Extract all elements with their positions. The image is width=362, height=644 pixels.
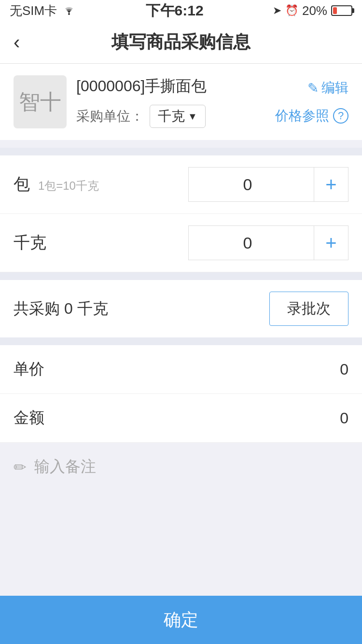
location-icon: ➤ (273, 4, 281, 17)
pack-label: 包 (14, 175, 30, 193)
product-image: 智十 (14, 75, 67, 128)
separator-3 (0, 337, 362, 345)
nav-bar: ‹ 填写商品采购信息 (0, 21, 362, 64)
amount-value: 0 (340, 409, 348, 427)
svg-point-0 (68, 13, 70, 15)
price-value: 0 (340, 361, 348, 378)
unit-value: 千克 (158, 107, 185, 126)
separator-2 (0, 272, 362, 280)
pack-section: 包 1包=10千克 + (0, 155, 362, 214)
note-section[interactable]: ✏ 输入备注 (0, 443, 362, 501)
product-left: 智十 [0000006]手撕面包 采购单位： 千克 ▼ (14, 75, 275, 128)
amount-label: 金额 (14, 407, 44, 429)
status-bar: 无SIM卡 下午6:12 ➤ ⏰ 20% (0, 0, 362, 21)
wifi-icon (62, 3, 76, 18)
note-placeholder: 输入备注 (34, 456, 96, 477)
battery-percent: 20% (302, 3, 327, 18)
kg-input[interactable] (188, 225, 314, 260)
status-time: 下午6:12 (146, 1, 204, 21)
summary-prefix: 共采购 (14, 300, 64, 317)
summary-row: 共采购 0 千克 录批次 (0, 280, 362, 337)
separator-1 (0, 148, 362, 155)
page-title: 填写商品采购信息 (111, 30, 251, 54)
edit-button[interactable]: ✎ 编辑 (307, 79, 348, 97)
summary-quantity: 0 (64, 300, 77, 317)
battery-indicator (331, 5, 352, 16)
summary-suffix: 千克 (77, 300, 108, 317)
product-unit-row: 采购单位： 千克 ▼ (76, 105, 207, 128)
confirm-button[interactable]: 确定 (0, 596, 362, 644)
kg-input-right: + (188, 225, 348, 260)
product-info: [0000006]手撕面包 采购单位： 千克 ▼ (76, 76, 207, 128)
status-left: 无SIM卡 (10, 2, 76, 19)
product-name: [0000006]手撕面包 (76, 76, 207, 97)
kg-input-row: 千克 + (0, 214, 362, 272)
kg-label: 千克 (14, 232, 46, 254)
carrier-text: 无SIM卡 (10, 2, 57, 19)
edit-label: 编辑 (321, 79, 348, 97)
product-image-placeholder: 智十 (19, 88, 61, 116)
product-right: ✎ 编辑 价格参照 ? (275, 79, 348, 125)
info-icon: ? (333, 108, 348, 124)
kg-section: 千克 + (0, 214, 362, 272)
unit-label: 采购单位： (76, 107, 144, 126)
chevron-down-icon: ▼ (188, 111, 197, 122)
record-batch-button[interactable]: 录批次 (269, 292, 348, 326)
price-ref-label: 价格参照 (275, 107, 329, 125)
alarm-icon: ⏰ (285, 4, 298, 17)
edit-icon: ✎ (307, 80, 319, 96)
pack-input-right: + (188, 167, 348, 202)
pencil-icon: ✏ (14, 458, 27, 476)
pack-sublabel: 1包=10千克 (38, 179, 99, 192)
pack-input[interactable] (188, 167, 314, 202)
price-label: 单价 (14, 359, 44, 380)
pack-plus-button[interactable]: + (314, 167, 348, 202)
product-card: 智十 [0000006]手撕面包 采购单位： 千克 ▼ ✎ 编辑 价格参照 ? (0, 64, 362, 140)
amount-row: 金额 0 (0, 394, 362, 443)
summary-text-group: 共采购 0 千克 (14, 298, 108, 320)
price-ref-button[interactable]: 价格参照 ? (275, 107, 348, 125)
kg-plus-button[interactable]: + (314, 225, 348, 260)
pack-input-row: 包 1包=10千克 + (0, 155, 362, 214)
price-row: 单价 0 (0, 345, 362, 394)
unit-select[interactable]: 千克 ▼ (150, 105, 206, 128)
pack-label-group: 包 1包=10千克 (14, 173, 99, 196)
back-button[interactable]: ‹ (14, 31, 20, 53)
status-right: ➤ ⏰ 20% (273, 3, 352, 18)
